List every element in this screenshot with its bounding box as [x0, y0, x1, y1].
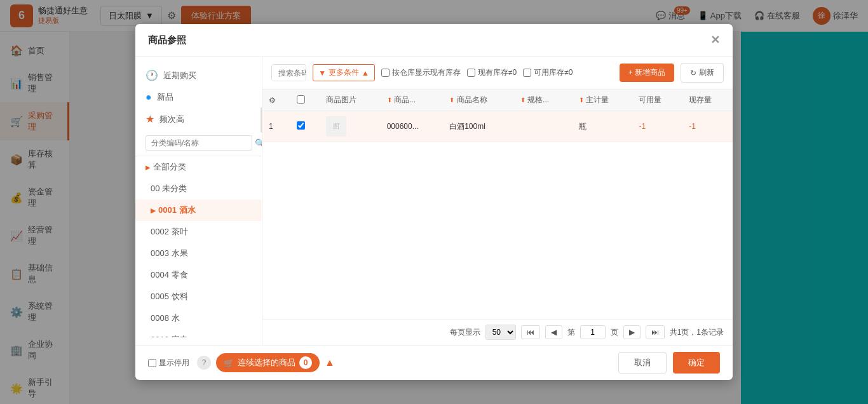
last-page-btn[interactable]: ⏭: [646, 325, 665, 339]
quick-nav-new[interactable]: ● 新品: [135, 86, 262, 108]
product-reference-modal: 商品参照 ✕ 🕐 近期购买 ● 新品 ★ 频次高: [135, 24, 733, 380]
row-available: -1: [632, 111, 682, 142]
category-list: ▶ 全部分类 00 未分类 ▶ 0001 酒水 0002 茶叶 0003 水果: [135, 156, 262, 337]
new-icon: ●: [146, 91, 152, 103]
category-water[interactable]: 0008 水: [135, 307, 262, 329]
th-code[interactable]: ⬆ 商品...: [381, 90, 444, 111]
quick-nav-recent[interactable]: 🕐 近期购买: [135, 64, 262, 86]
th-stock[interactable]: 现存量: [682, 90, 733, 111]
modal-pagination: 每页显示 50 ⏮ ◀ 第 页 ▶ ⏭ 共1页，1条记录: [262, 319, 733, 345]
current-stock-checkbox[interactable]: [467, 69, 475, 77]
row-image: 图: [320, 111, 381, 142]
settings-col-icon: ⚙: [269, 96, 276, 105]
collapse-icon: 《: [261, 116, 262, 125]
category-tea[interactable]: 0002 茶叶: [135, 221, 262, 243]
page-size-select[interactable]: 50: [485, 325, 516, 340]
refresh-btn[interactable]: ↻ 刷新: [681, 63, 724, 83]
page-suffix: 页: [611, 327, 618, 338]
show-disabled-checkbox[interactable]: [148, 359, 156, 367]
modal-right-panel: 🔍 ▼ 更多条件 ▲ 按仓库显示现有库存 现有库存≠0: [262, 57, 733, 345]
modal-body: 🕐 近期购买 ● 新品 ★ 频次高 《 🔍: [135, 57, 733, 345]
th-image[interactable]: 商品图片: [320, 90, 381, 111]
category-fruit[interactable]: 0003 水果: [135, 243, 262, 264]
page-label: 第: [567, 327, 575, 338]
modal-header: 商品参照 ✕: [135, 24, 733, 57]
product-search-bar: 🔍: [271, 64, 306, 81]
product-thumbnail: 图: [326, 116, 346, 137]
select-all-checkbox[interactable]: [297, 95, 305, 104]
th-unit[interactable]: ⬆ 主计量: [573, 90, 633, 111]
collapse-left-panel-btn[interactable]: 《: [261, 107, 262, 133]
filter-icon: ▼: [318, 69, 326, 77]
sort-icon-unit: ⬆: [579, 97, 584, 104]
footer-right-area: 取消 确定: [618, 352, 720, 374]
confirm-button[interactable]: 确定: [673, 352, 720, 374]
th-name[interactable]: ⬆ 商品名称: [443, 90, 514, 111]
arrow-icon: ▶: [146, 164, 151, 171]
row-index: 1: [262, 111, 290, 142]
star-icon: ★: [146, 113, 154, 125]
clock-icon: 🕐: [146, 69, 158, 81]
sort-icon: ⬆: [387, 97, 392, 104]
modal-overlay: 商品参照 ✕ 🕐 近期购买 ● 新品 ★ 频次高: [0, 0, 868, 404]
page-size-label: 每页显示: [450, 327, 480, 338]
product-table: ⚙ 商品图片 ⬆ 商品... ⬆ 商品名称: [262, 90, 733, 319]
row-select-checkbox[interactable]: [297, 121, 305, 130]
row-name: 白酒100ml: [443, 111, 514, 142]
category-liquor[interactable]: ▶ 0001 酒水: [135, 199, 262, 221]
modal-footer: 显示停用 ? 🛒 连续选择的商品 0 ▲ 取消 确定: [135, 345, 733, 380]
product-search-input[interactable]: [272, 65, 306, 81]
category-snack[interactable]: 0004 零食: [135, 264, 262, 286]
warehouse-stock-checkbox[interactable]: [381, 69, 390, 77]
table-row[interactable]: 1 图 000600... 白酒100ml 瓶: [262, 111, 733, 142]
sort-icon-spec: ⬆: [520, 97, 526, 104]
next-page-btn[interactable]: ▶: [623, 325, 641, 339]
category-drink[interactable]: 0005 饮料: [135, 286, 262, 307]
th-checkbox[interactable]: [290, 90, 320, 111]
table-header-row: ⚙ 商品图片 ⬆ 商品... ⬆ 商品名称: [262, 90, 733, 111]
th-available[interactable]: 可用量: [632, 90, 682, 111]
row-code: 000600...: [381, 111, 444, 142]
page-number-input[interactable]: [580, 325, 606, 339]
show-disabled-label[interactable]: 显示停用: [148, 358, 189, 368]
modal-close-button[interactable]: ✕: [710, 33, 720, 47]
footer-left-area: ? 🛒 连续选择的商品 0 ▲: [197, 353, 335, 372]
category-all[interactable]: ▶ 全部分类: [135, 156, 262, 178]
quick-nav-frequent[interactable]: ★ 频次高: [135, 108, 262, 130]
collapse-cart-btn[interactable]: ▲: [325, 357, 335, 368]
available-stock-checkbox[interactable]: [523, 69, 531, 77]
selected-count-badge: 0: [299, 356, 312, 369]
more-filter-btn[interactable]: ▼ 更多条件 ▲: [313, 64, 375, 81]
sort-icon-name: ⬆: [449, 97, 454, 104]
chevron-up-icon: ▲: [362, 69, 369, 77]
product-table-element: ⚙ 商品图片 ⬆ 商品... ⬆ 商品名称: [262, 90, 733, 142]
category-search-input[interactable]: [146, 135, 252, 151]
category-unclassified[interactable]: 00 未分类: [135, 178, 262, 199]
checkbox-warehouse-stock[interactable]: 按仓库显示现有库存: [381, 67, 461, 78]
first-page-btn[interactable]: ⏮: [521, 325, 540, 339]
arrow-icon-liquor: ▶: [151, 207, 156, 214]
refresh-icon: ↻: [690, 69, 696, 77]
th-settings[interactable]: ⚙: [262, 90, 290, 111]
row-unit: 瓶: [573, 111, 633, 142]
row-spec: [514, 111, 573, 142]
category-search-icon[interactable]: 🔍: [255, 138, 262, 148]
th-spec[interactable]: ⬆ 规格...: [514, 90, 573, 111]
add-product-btn[interactable]: + 新增商品: [620, 64, 674, 82]
row-stock: -1: [682, 111, 733, 142]
checkbox-available-stock[interactable]: 可用库存≠0: [523, 67, 573, 78]
total-records-label: 共1页，1条记录: [670, 327, 724, 338]
checkbox-current-stock[interactable]: 现有库存≠0: [467, 67, 517, 78]
modal-toolbar: 🔍 ▼ 更多条件 ▲ 按仓库显示现有库存 现有库存≠0: [262, 57, 733, 90]
cancel-button[interactable]: 取消: [618, 352, 667, 374]
category-search-row: 🔍: [135, 130, 262, 156]
row-checkbox[interactable]: [290, 111, 320, 142]
cart-area[interactable]: 🛒 连续选择的商品 0: [216, 353, 320, 372]
modal-left-panel: 🕐 近期购买 ● 新品 ★ 频次高 《 🔍: [135, 57, 262, 345]
cart-icon: 🛒: [224, 358, 234, 368]
help-icon[interactable]: ?: [197, 356, 211, 370]
prev-page-btn[interactable]: ◀: [545, 325, 562, 339]
category-appliance[interactable]: 0010 家电: [135, 329, 262, 337]
modal-title: 商品参照: [148, 34, 186, 46]
